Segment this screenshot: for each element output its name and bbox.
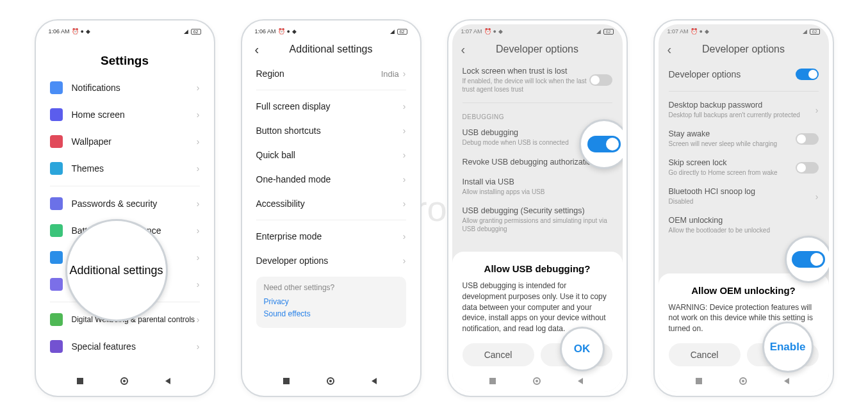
chevron-icon: ›: [197, 341, 200, 352]
row-quick-ball[interactable]: Quick ball ›: [256, 143, 406, 167]
row-bt-snoop[interactable]: Bluetooth HCI snoop log Disabled ›: [669, 182, 819, 211]
back-button[interactable]: ‹: [255, 42, 259, 57]
settings-item-home-screen[interactable]: Home screen ›: [50, 101, 200, 128]
security-icon: [50, 197, 63, 210]
row-developer-options-toggle[interactable]: Developer options: [669, 61, 819, 87]
row-accessibility[interactable]: Accessibility ›: [256, 191, 406, 216]
themes-icon: [50, 162, 63, 175]
nav-recents[interactable]: [695, 377, 704, 386]
status-icon: ◆: [705, 28, 709, 35]
notifications-icon: [50, 81, 63, 94]
magnifier-additional-settings: Additional settings: [65, 219, 168, 321]
wallpaper-icon: [50, 135, 63, 148]
row-skip-lock[interactable]: Skip screen lock Go directly to Home scr…: [669, 153, 819, 182]
row-developer-options[interactable]: Developer options ›: [256, 248, 406, 273]
toggle-stay-awake[interactable]: [796, 133, 819, 145]
signal-icon: ◢: [803, 28, 807, 35]
nav-home[interactable]: [326, 377, 335, 386]
row-enterprise[interactable]: Enterprise mode ›: [256, 224, 406, 248]
additional-icon: [50, 278, 63, 291]
nav-back[interactable]: [577, 377, 585, 386]
apps-icon: [50, 251, 63, 264]
dialog-title: Allow OEM unlocking?: [669, 285, 819, 296]
status-icon: ●: [700, 28, 703, 35]
row-install-usb[interactable]: Install via USB Allow installing apps vi…: [463, 172, 612, 201]
status-icon: ●: [81, 28, 84, 35]
row-usb-security[interactable]: USB debugging (Security settings) Allow …: [463, 201, 612, 238]
nav-home[interactable]: [120, 377, 129, 386]
back-button[interactable]: ‹: [461, 42, 466, 57]
chevron-icon: ›: [403, 126, 406, 136]
row-one-handed[interactable]: One-handed mode ›: [256, 167, 406, 191]
settings-item-themes[interactable]: Themes ›: [50, 155, 200, 182]
chevron-icon: ›: [197, 314, 200, 325]
nav-recents[interactable]: [489, 377, 498, 386]
back-button[interactable]: ‹: [667, 42, 672, 57]
toggle-lock-trust[interactable]: [589, 74, 612, 86]
dialog-body: USB debugging is intended for developmen…: [463, 281, 612, 334]
alarm-icon: ⏰: [691, 28, 698, 35]
nav-home[interactable]: [532, 377, 541, 386]
link-sound-effects[interactable]: Sound effects: [264, 309, 398, 318]
row-button-shortcuts[interactable]: Button shortcuts ›: [256, 118, 406, 143]
battery-icon: 62: [191, 29, 201, 35]
chevron-icon: ›: [197, 225, 200, 236]
chevron-icon: ›: [403, 174, 406, 184]
row-oem-unlock[interactable]: OEM unlocking Allow the bootloader to be…: [669, 211, 819, 240]
settings-item-passwords[interactable]: Passwords & security ›: [50, 190, 200, 217]
status-icon: ●: [287, 28, 290, 35]
nav-home[interactable]: [739, 377, 748, 386]
header: ‹ Additional settings: [246, 38, 416, 61]
chevron-icon: ›: [197, 83, 200, 93]
chevron-icon: ›: [403, 69, 406, 79]
status-icon: ◆: [86, 28, 90, 35]
chevron-icon: ›: [403, 101, 406, 111]
row-region[interactable]: Region India ›: [256, 61, 406, 86]
nav-bar: [452, 370, 623, 392]
row-lock-trust[interactable]: Lock screen when trust is lost If enable…: [463, 61, 612, 99]
toggle-developer[interactable]: [796, 69, 819, 80]
chevron-icon: ›: [403, 199, 406, 209]
svg-point-11: [742, 380, 744, 382]
toggle-oem-on[interactable]: [792, 251, 825, 268]
chevron-icon: ›: [403, 150, 406, 160]
link-privacy[interactable]: Privacy: [264, 297, 398, 306]
svg-point-5: [329, 380, 332, 382]
cancel-button[interactable]: Cancel: [669, 343, 741, 366]
nav-back[interactable]: [783, 377, 792, 386]
wellbeing-icon: [50, 313, 63, 326]
row-backup[interactable]: Desktop backup password Desktop full bac…: [669, 95, 819, 124]
status-icon: ◆: [292, 28, 297, 35]
chevron-icon: ›: [197, 136, 200, 147]
nav-recents[interactable]: [76, 377, 85, 386]
toggle-usb-debugging-on[interactable]: [587, 136, 621, 152]
dialog-title: Allow USB debugging?: [463, 263, 612, 274]
alarm-icon: ⏰: [278, 28, 285, 35]
chevron-icon: ›: [815, 105, 819, 115]
nav-bar: [246, 370, 416, 392]
status-icon: ◆: [498, 28, 503, 35]
status-icon: ●: [493, 28, 496, 35]
settings-item-notifications[interactable]: Notifications ›: [50, 74, 200, 101]
status-bar: 1:07 AM ⏰ ● ◆ ◢ 62: [659, 24, 829, 38]
signal-icon: ◢: [390, 28, 395, 35]
settings-item-special[interactable]: Special features ›: [50, 333, 200, 360]
nav-back[interactable]: [370, 377, 379, 386]
row-stay-awake[interactable]: Stay awake Screen will never sleep while…: [669, 124, 819, 153]
magnifier-enable: Enable: [762, 321, 814, 373]
nav-recents[interactable]: [283, 377, 291, 386]
cancel-button[interactable]: Cancel: [463, 343, 534, 366]
svg-point-8: [536, 380, 538, 382]
status-time: 1:07 AM: [667, 28, 689, 35]
nav-bar: [40, 370, 210, 392]
toggle-skip-lock[interactable]: [796, 162, 819, 174]
settings-item-wallpaper[interactable]: Wallpaper ›: [50, 128, 200, 155]
nav-back[interactable]: [164, 377, 173, 386]
status-time: 1:06 AM: [49, 28, 70, 35]
phone-3: 1:07 AM ⏰ ● ◆ ◢ 62 ‹ Developer options L…: [447, 19, 628, 397]
row-full-screen[interactable]: Full screen display ›: [256, 94, 406, 118]
chevron-icon: ›: [403, 231, 406, 241]
nav-bar: [659, 370, 829, 392]
status-time: 1:07 AM: [461, 28, 482, 35]
header: ‹ Developer options: [659, 38, 829, 61]
